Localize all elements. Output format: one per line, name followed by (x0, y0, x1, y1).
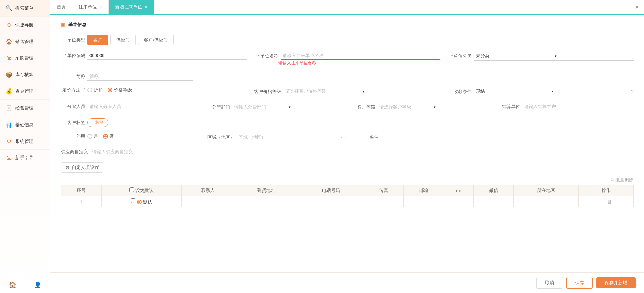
sidebar-item-ops[interactable]: 📋 经营管理 (0, 100, 50, 116)
customer-price-level-select[interactable]: 请选择客户价格等级 ▾ (283, 87, 440, 96)
help-icon[interactable]: ? (83, 88, 85, 92)
sidebar-item-sales[interactable]: 🏠 销售管理 (0, 33, 50, 50)
section-title: ▣ 基本信息 (61, 22, 634, 28)
unit-category-select[interactable]: 未分类 ▾ (474, 51, 634, 61)
sidebar-item-system[interactable]: ⚙ 系统管理 (0, 133, 50, 150)
add-tag-btn[interactable]: + 标签 (87, 118, 108, 127)
short-name-row: 简称 (61, 72, 634, 81)
short-name-label: 简称 (61, 73, 85, 80)
cell-address (234, 196, 299, 207)
unit-name-input[interactable] (281, 51, 440, 60)
type-btn-supplier[interactable]: 供应商 (110, 35, 136, 45)
remark-input[interactable] (381, 133, 634, 141)
tab-home-label: 首页 (57, 4, 66, 10)
tags-label: 客户标签 (61, 120, 85, 126)
tags-field: 客户标签 + 标签 (61, 118, 634, 127)
unit-type-row: 单位类型 客户 供应商 客户/供应商 (61, 35, 634, 45)
department-select[interactable]: 请输入分管部门 ▾ (232, 103, 344, 112)
sidebar-user-btn[interactable]: 👤 (25, 277, 50, 293)
disabled-radio-no[interactable]: 否 (103, 133, 114, 139)
payment-help-icon[interactable]: ? (631, 89, 634, 94)
sidebar-item-label: 新手引导 (15, 155, 33, 161)
unit-code-input[interactable] (87, 51, 247, 60)
col-phone: 电话号码 (299, 185, 363, 196)
save-button[interactable]: 保存 (566, 277, 593, 289)
region-label: 区域（地区） (207, 134, 235, 140)
tab-new-partner-label: 新增往来单位 (115, 4, 142, 10)
tabbar-close-btn[interactable]: ✕ (630, 4, 644, 10)
custom-settings-btn[interactable]: ⚙ 自定义项设置 (61, 162, 103, 173)
sidebar-item-label: 资金管理 (15, 88, 33, 95)
pricing-radio-level[interactable]: 价格等级 (108, 87, 132, 93)
region-input[interactable] (237, 133, 338, 141)
sidebar-item-label: 库存核算 (15, 72, 33, 78)
settlement-label: 结算单位 (496, 104, 520, 110)
row-checkbox[interactable] (131, 198, 135, 203)
region-more-btn[interactable]: ··· (341, 135, 347, 140)
system-icon: ⚙ (6, 138, 13, 145)
settlement-field: 结算单位 ··· (496, 103, 634, 111)
quick-nav-icon: ⊙ (6, 22, 13, 28)
tab-partners-close[interactable]: ✕ (99, 5, 102, 9)
inventory-icon: 📦 (6, 71, 13, 78)
supplier-custom-input[interactable] (90, 148, 207, 156)
sidebar-footer: 🏠 👤 (0, 277, 50, 293)
type-btn-both[interactable]: 客户/供应商 (138, 35, 174, 45)
unit-code-label: *单位编码 (61, 52, 85, 59)
manager-row: 分管人员 ··· 分管部门 请输入分管部门 ▾ 客户等级 请选择客户等级 ▾ (61, 103, 634, 112)
page-footer: 取消 保存 保存并新增 (50, 272, 644, 293)
tab-new-partner-close[interactable]: ✕ (144, 5, 147, 9)
cell-qq (444, 196, 473, 207)
sidebar-item-basic[interactable]: 📊 基础信息 (0, 116, 50, 133)
sidebar-item-quick-nav[interactable]: ⊙ 快捷导航 (0, 17, 50, 33)
batch-delete-label[interactable]: 批量删除 (615, 177, 634, 182)
sidebar-item-label: 采购管理 (15, 55, 33, 61)
settlement-more-btn[interactable]: ··· (627, 104, 634, 109)
unit-type-label: 单位类型 (61, 37, 85, 43)
region-field: 区域（地区） ··· (207, 133, 347, 141)
pricing-radio-group: 折扣 价格等级 (87, 87, 132, 93)
tab-partners[interactable]: 往来单位 ✕ (72, 0, 109, 14)
disabled-radio-yes[interactable]: 是 (87, 133, 98, 139)
tab-new-partner[interactable]: 新增往来单位 ✕ (109, 0, 154, 14)
sidebar-home-btn[interactable]: 🏠 (0, 277, 25, 293)
sales-icon: 🏠 (6, 38, 13, 45)
cancel-button[interactable]: 取消 (536, 277, 563, 289)
cell-region (514, 196, 579, 207)
col-region: 所在地区 (514, 185, 579, 196)
table-row: 1 默认 (61, 196, 634, 207)
row-add-icon[interactable]: ＋ (600, 199, 604, 204)
pricing-method-field: 定价方法 ? 折扣 价格等级 (61, 87, 247, 93)
sidebar-item-purchase[interactable]: 🛍 采购管理 (0, 50, 50, 66)
settlement-input[interactable] (522, 103, 624, 111)
row-default-radio[interactable]: 默认 (137, 199, 152, 205)
tab-partners-label: 往来单位 (79, 4, 97, 10)
pricing-radio-discount[interactable]: 折扣 (87, 87, 103, 93)
sidebar-item-label: 搜索菜单 (15, 5, 33, 11)
type-btn-customer[interactable]: 客户 (87, 35, 108, 45)
sidebar-item-finance[interactable]: 💰 资金管理 (0, 83, 50, 100)
radio-circle-no (103, 134, 108, 139)
sidebar-item-guide[interactable]: 🗂 新手引导 (0, 150, 50, 166)
pricing-method-label: 定价方法 ? (61, 87, 85, 93)
save-new-button[interactable]: 保存并新增 (596, 277, 636, 288)
cell-fax (363, 196, 404, 207)
custom-settings-bar: ⚙ 自定义项设置 (61, 162, 634, 173)
select-all-checkbox[interactable] (129, 187, 134, 192)
sidebar-item-inventory[interactable]: 📦 库存核算 (0, 66, 50, 83)
manager-more-btn[interactable]: ··· (193, 104, 199, 109)
sidebar-item-label: 经营管理 (15, 105, 33, 111)
unit-type-field: 单位类型 客户 供应商 客户/供应商 (61, 35, 634, 45)
unit-type-btn-group: 客户 供应商 客户/供应商 (87, 35, 174, 45)
payment-terms-select[interactable]: 现结 ▾ (474, 87, 628, 96)
sidebar-item-search[interactable]: 🔍 搜索菜单 (0, 0, 50, 17)
row-delete-icon[interactable]: 🗑 (607, 199, 612, 204)
customer-level-label: 客户等级 (351, 104, 375, 111)
col-default: 设为默认 (101, 185, 181, 196)
cell-phone (299, 196, 363, 207)
customer-level-select[interactable]: 请选择客户等级 ▾ (377, 103, 489, 112)
manager-input[interactable] (87, 103, 189, 111)
tab-home[interactable]: 首页 (50, 0, 72, 14)
short-name-input[interactable] (87, 72, 193, 81)
main-area: 首页 往来单位 ✕ 新增往来单位 ✕ ✕ ▣ 基本信息 单位类型 客户 供应商 … (50, 0, 644, 293)
